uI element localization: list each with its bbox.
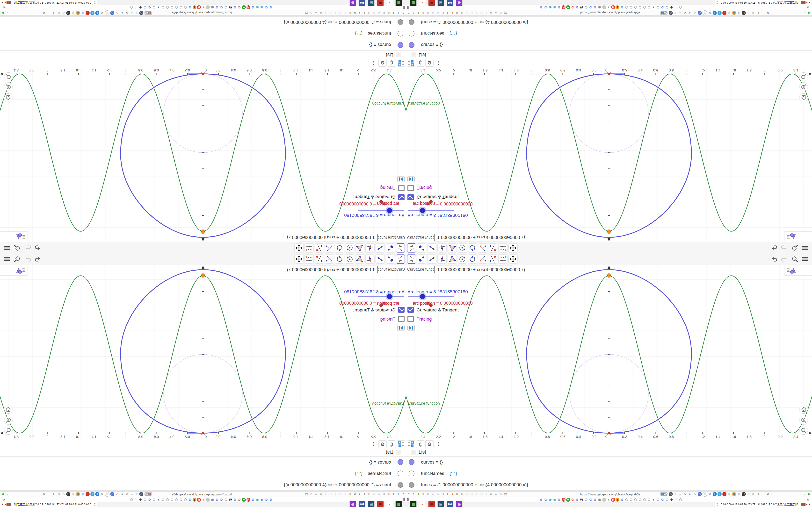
folder-icon[interactable]: ▭	[489, 492, 493, 496]
zoom-in-button[interactable]	[800, 83, 808, 91]
conic-tool-icon[interactable]	[335, 255, 344, 264]
favicon[interactable]: ⬡	[625, 498, 628, 502]
globe-icon[interactable]: ⊕	[382, 492, 386, 496]
polygon-tool-icon[interactable]	[355, 243, 364, 252]
favicon[interactable]: ⚙	[670, 5, 673, 9]
gear-outline-icon[interactable]: ⚙	[42, 11, 46, 15]
system-monitor-widget[interactable]: ᴧᴧ 0.06 0.00 0.17 0.89 20 263 721 34 187…	[715, 502, 812, 507]
undo-icon[interactable]	[771, 244, 778, 251]
play-animation-button[interactable]	[407, 176, 415, 182]
favicon[interactable]: ◐	[202, 5, 205, 9]
globe-gray-icon[interactable]: ⊕	[57, 11, 61, 15]
bookmark-y-icon[interactable]: Y	[396, 492, 400, 496]
arc-length-slider[interactable]	[358, 210, 404, 211]
terminal-app-icon[interactable]: ▦	[395, 501, 402, 507]
favicon[interactable]: G	[589, 498, 593, 502]
favicon[interactable]: ⬡	[643, 498, 647, 502]
graphics-stylebar-button[interactable]	[0, 266, 28, 276]
faded-square-icon[interactable]: ▢	[338, 11, 343, 15]
firefox-app-icon[interactable]: ●	[386, 501, 393, 507]
favicon[interactable]: G	[570, 498, 574, 502]
function-input-value[interactable]: 1.000000000000 + cos(4.000000000000 x)	[287, 235, 375, 240]
address-url[interactable]: https://www.geogebra.org/classic/aagcxh3…	[580, 493, 640, 496]
favicon[interactable]: G	[620, 5, 624, 9]
favicon[interactable]: G	[660, 498, 664, 502]
shield-face-icon[interactable]: ◇	[747, 492, 751, 496]
red-badge-icon[interactable]: ▪	[722, 11, 726, 15]
conic-tool-icon[interactable]	[468, 243, 477, 252]
move-graphics-tool-icon[interactable]	[508, 243, 518, 252]
favicon[interactable]: G	[620, 498, 624, 502]
angle-tool-icon[interactable]: α	[478, 243, 487, 252]
favicon[interactable]: G	[660, 5, 664, 9]
faded-circle-icon[interactable]: ○	[475, 11, 479, 15]
favicon[interactable]: ⬡	[647, 498, 651, 502]
globe-icon[interactable]: ⊕	[367, 11, 371, 15]
arc-length-slider[interactable]	[408, 296, 454, 297]
gear-icon[interactable]: ⚙	[353, 492, 357, 496]
favicon[interactable]: ●	[157, 498, 160, 502]
address-url[interactable]: https://www.geogebra.org/classic/aagcxh3…	[172, 11, 232, 14]
trash-icon[interactable]: ▯	[727, 11, 731, 15]
globe-icon[interactable]: ⊕	[348, 11, 352, 15]
download-icon[interactable]: ⇩	[120, 11, 124, 15]
hamburger-menu-icon[interactable]	[801, 256, 809, 263]
wrench-icon[interactable]: ✛	[761, 492, 765, 496]
favicon[interactable]: ●	[157, 5, 160, 9]
favicon[interactable]: ⬡	[678, 5, 682, 9]
favicon[interactable]: ⬡	[130, 498, 134, 502]
algebra-row[interactable]: funcNames = {" "}	[406, 468, 812, 479]
zoom-out-button[interactable]	[800, 73, 808, 80]
favicon[interactable]: ⬡	[170, 498, 174, 502]
firefox-icon[interactable]: ●	[451, 11, 455, 15]
algebra-kebab-button[interactable]: ⋮	[369, 59, 377, 67]
address-url[interactable]: https://www.geogebra.org/classic/aagcxh3…	[172, 493, 232, 496]
favicon[interactable]: ◐	[607, 5, 610, 9]
hamburger-menu-icon[interactable]	[801, 244, 809, 251]
gear-icon[interactable]: ⚙	[353, 11, 357, 15]
home-button[interactable]	[800, 94, 808, 102]
settings-red-app-icon[interactable]: ✱	[428, 0, 435, 6]
faded-square-icon[interactable]: ▢	[338, 492, 343, 496]
move-tool-icon[interactable]	[407, 243, 416, 252]
function-input-value[interactable]: 1.000000000000 + cos(4.000000000000 x)	[437, 235, 525, 240]
favicon[interactable]: G	[233, 498, 237, 502]
globe-icon[interactable]: ⊕	[421, 11, 425, 15]
line-tool-icon[interactable]	[427, 255, 437, 264]
favicon[interactable]: ⬡	[165, 498, 169, 502]
faded-circle-icon[interactable]: ○	[484, 492, 489, 496]
algebra-row[interactable]: curves = {}	[406, 457, 812, 468]
favicon[interactable]: ⬡	[633, 498, 638, 502]
favicon[interactable]: G	[593, 498, 597, 502]
graphics-stylebar-button[interactable]	[784, 231, 812, 241]
slider-tool-icon[interactable]: a = 2	[305, 243, 314, 252]
page-zoom-badge[interactable]: 81%	[145, 492, 152, 496]
zoom-out-button[interactable]	[800, 427, 808, 434]
system-monitor-widget[interactable]: ᴧᴧ 0.06 0.00 0.17 0.89 20 263 721 34 187…	[0, 0, 97, 5]
slider-tool-icon[interactable]: a = 2	[498, 255, 507, 264]
favicon[interactable]: ●	[652, 498, 655, 502]
terminal-app-icon[interactable]: ▦	[395, 0, 402, 6]
zoom-out-button[interactable]	[4, 427, 12, 434]
algebra-row[interactable]: funcNames = {" "}	[0, 28, 406, 39]
wrench-icon[interactable]: ✛	[47, 492, 51, 496]
favicon[interactable]: G	[557, 5, 561, 9]
wrench-icon[interactable]: ✛	[446, 492, 450, 496]
curve-point[interactable]	[202, 230, 205, 233]
purple-cat-app-icon[interactable]: ◉	[349, 0, 356, 6]
function-input[interactable]: 1.000000000000 + cos(4.000000000000 x)	[300, 266, 378, 273]
globe-icon[interactable]: ⊕	[426, 11, 430, 15]
wrench-icon[interactable]: ✛	[362, 11, 367, 15]
algebra-settings-button[interactable]: ⚙	[425, 440, 434, 448]
favicon[interactable]: ♥	[566, 498, 570, 502]
plus-ext-icon[interactable]: +	[713, 11, 717, 15]
shield-face-icon[interactable]: ◇	[747, 11, 751, 15]
favicon[interactable]: ●	[652, 5, 655, 9]
play-animation-button[interactable]	[407, 325, 415, 331]
favicon[interactable]: G	[251, 5, 255, 9]
folder-icon[interactable]: ▭	[319, 492, 323, 496]
settings-red-app-icon[interactable]: ✱	[428, 501, 435, 507]
curvature-tangent-checkbox[interactable]	[407, 306, 414, 313]
faded-circle-icon[interactable]: ○	[465, 11, 469, 15]
favicon[interactable]: ⬡	[647, 5, 651, 9]
